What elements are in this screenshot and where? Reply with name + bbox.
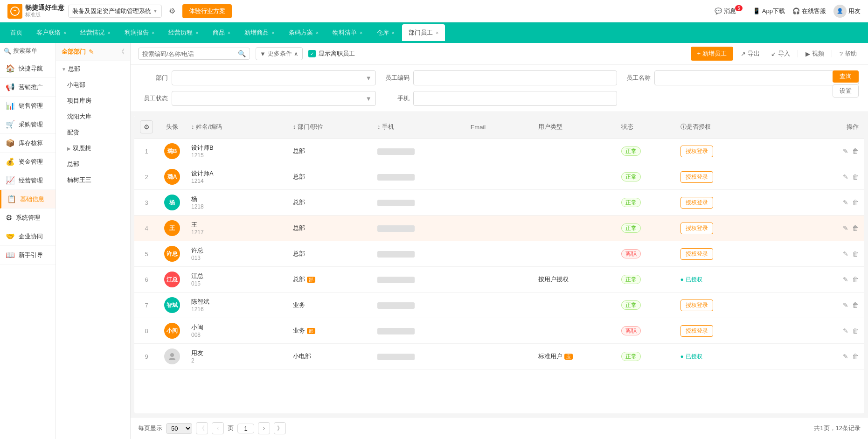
sidebar-item-finance[interactable]: 💰 资金管理	[0, 153, 56, 171]
close-icon[interactable]: ×	[436, 30, 438, 35]
page-input[interactable]	[237, 424, 254, 433]
delete-icon[interactable]: 🗑	[852, 327, 859, 334]
sidebar-item-quicknav[interactable]: 🏠 快捷导航	[0, 59, 56, 78]
phone-input[interactable]	[413, 91, 618, 106]
delete-icon[interactable]: 🗑	[852, 173, 859, 181]
per-page-select[interactable]: 50 100	[166, 423, 192, 434]
dept-node-project[interactable]: 项目库房	[56, 93, 130, 109]
delete-icon[interactable]: 🗑	[852, 224, 859, 232]
th-phone[interactable]: ↕ 手机	[372, 116, 465, 139]
first-page-button[interactable]: 《	[196, 422, 208, 434]
query-button[interactable]: 查询	[833, 70, 859, 83]
import-button[interactable]: ↙ 导入	[767, 48, 794, 60]
sidebar-item-sales[interactable]: 📊 销售管理	[0, 97, 56, 115]
emp-code-input[interactable]	[413, 70, 618, 85]
tab-department[interactable]: 部门员工 ×	[402, 24, 445, 41]
auth-login-button[interactable]: 授权登录	[681, 171, 713, 183]
delete-icon[interactable]: 🗑	[852, 199, 859, 206]
delete-icon[interactable]: 🗑	[852, 147, 859, 155]
sidebar-item-inventory[interactable]: 📦 库存核算	[0, 134, 56, 153]
close-icon[interactable]: ×	[228, 30, 230, 35]
collapse-icon[interactable]: 《	[118, 48, 125, 56]
prev-page-button[interactable]: ‹	[212, 422, 224, 434]
tab-history[interactable]: 经营历程 ×	[162, 24, 205, 41]
dept-select[interactable]: ▼	[172, 70, 376, 85]
close-icon[interactable]: ×	[271, 30, 274, 35]
close-icon[interactable]: ×	[360, 30, 362, 35]
edit-icon[interactable]: ✎	[89, 48, 94, 56]
close-icon[interactable]: ×	[316, 30, 319, 35]
show-resigned-toggle[interactable]: ✓ 显示离职员工	[308, 49, 355, 58]
settings-icon[interactable]: ⚙	[166, 5, 179, 18]
sidebar-item-system[interactable]: ⚙ 系统管理	[0, 209, 56, 227]
next-page-button[interactable]: ›	[258, 422, 270, 434]
sidebar-search[interactable]: 🔍 搜索菜单	[0, 43, 56, 59]
trial-button[interactable]: 体验行业方案	[182, 4, 232, 18]
auth-login-button[interactable]: 授权登录	[681, 300, 713, 311]
sidebar-item-guide[interactable]: 📖 新手引导	[0, 246, 56, 265]
delete-icon[interactable]: 🗑	[852, 276, 859, 283]
app-download-button[interactable]: 📱 App下载	[753, 7, 785, 15]
dept-node-double[interactable]: ▶ 双鹿想	[56, 140, 130, 156]
last-page-button[interactable]: 》	[274, 422, 286, 434]
sidebar-item-marketing[interactable]: 📢 营销推广	[0, 78, 56, 97]
dept-node-small-electric[interactable]: 小电部	[56, 77, 130, 93]
tab-new-goods[interactable]: 新增商品 ×	[238, 24, 281, 41]
dept-node-head[interactable]: ▼ 总部	[56, 61, 130, 77]
export-button[interactable]: ↗ 导出	[737, 48, 764, 60]
tab-profit[interactable]: 利润报告 ×	[118, 24, 161, 41]
sidebar-item-business[interactable]: 📈 经营管理	[0, 171, 56, 190]
tab-customer[interactable]: 客户联络 ×	[30, 24, 73, 41]
more-filter-button[interactable]: ▼ 更多条件 ∧	[256, 47, 303, 60]
edit-icon[interactable]: ✎	[843, 173, 848, 181]
auth-login-button[interactable]: 授权登录	[681, 325, 713, 337]
tab-goods[interactable]: 商品 ×	[206, 24, 237, 41]
search-input-wrap[interactable]: 🔍	[138, 48, 250, 60]
edit-icon[interactable]: ✎	[843, 353, 848, 360]
close-icon[interactable]: ×	[152, 30, 154, 35]
dept-node-head2[interactable]: 总部	[56, 156, 130, 172]
tab-bom[interactable]: 物料清单 ×	[326, 24, 369, 41]
th-name[interactable]: ↕ 姓名/编码	[186, 116, 287, 139]
dept-node-shenyang[interactable]: 沈阳大库	[56, 109, 130, 125]
tab-barcode[interactable]: 条码方案 ×	[282, 24, 325, 41]
search-input[interactable]	[142, 50, 235, 57]
user-menu[interactable]: 👤 用友	[833, 5, 861, 18]
add-employee-button[interactable]: + 新增员工	[691, 47, 733, 61]
tab-operation[interactable]: 经营情况 ×	[74, 24, 117, 41]
close-icon[interactable]: ×	[392, 30, 395, 35]
delete-icon[interactable]: 🗑	[852, 301, 859, 309]
close-icon[interactable]: ×	[195, 30, 198, 35]
edit-icon[interactable]: ✎	[843, 276, 848, 283]
sidebar-item-collab[interactable]: 🤝 企业协同	[0, 227, 56, 246]
edit-icon[interactable]: ✎	[843, 250, 848, 258]
th-dept[interactable]: ↕ 部门/职位	[287, 116, 372, 139]
auth-login-button[interactable]: 授权登录	[681, 223, 713, 234]
view-button[interactable]: ▶ 视频	[802, 48, 828, 60]
online-service-button[interactable]: 🎧 在线客服	[792, 7, 826, 15]
edit-icon[interactable]: ✎	[843, 147, 848, 155]
edit-icon[interactable]: ✎	[843, 224, 848, 232]
system-title[interactable]: 装备及固定资产辅助管理系统 ▼	[68, 5, 162, 18]
reset-button[interactable]: 设置	[833, 84, 859, 98]
message-button[interactable]: 💬 消息 5	[715, 7, 745, 15]
delete-icon[interactable]: 🗑	[852, 250, 859, 258]
delete-icon[interactable]: 🗑	[852, 353, 859, 360]
sidebar-item-purchase[interactable]: 🛒 采购管理	[0, 115, 56, 134]
close-icon[interactable]: ×	[63, 30, 66, 35]
sidebar-item-basic[interactable]: 📋 基础信息	[0, 190, 56, 209]
help-button[interactable]: ? 帮助	[836, 48, 861, 60]
close-icon[interactable]: ×	[107, 30, 110, 35]
dept-node-delivery[interactable]: 配货	[56, 125, 130, 140]
edit-icon[interactable]: ✎	[843, 301, 848, 309]
dept-node-nanshuwang[interactable]: 楠树王三	[56, 172, 130, 188]
tab-home[interactable]: 首页	[4, 24, 29, 41]
edit-icon[interactable]: ✎	[843, 199, 848, 206]
tab-warehouse[interactable]: 仓库 ×	[370, 24, 401, 41]
search-icon[interactable]: 🔍	[238, 50, 246, 57]
column-settings-icon[interactable]: ⚙	[140, 120, 153, 133]
auth-login-button[interactable]: 授权登录	[681, 146, 713, 157]
emp-name-input[interactable]	[654, 70, 859, 85]
auth-login-button[interactable]: 授权登录	[681, 248, 713, 260]
auth-login-button[interactable]: 授权登录	[681, 197, 713, 209]
